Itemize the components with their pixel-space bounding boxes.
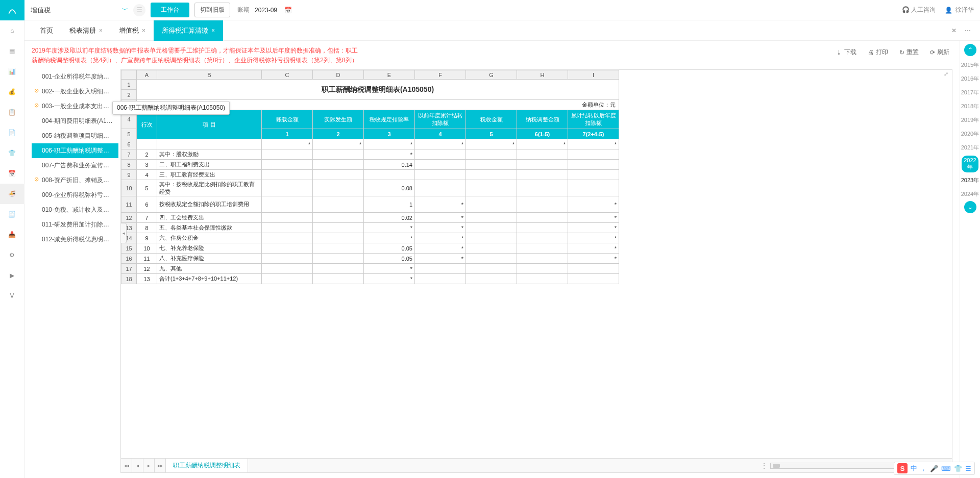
sheet-nav-prev[interactable]: ◂ [132, 459, 143, 473]
form-tooltip: 006-职工薪酬纳税调整明细表(A105050) [112, 101, 230, 115]
doc-icon[interactable]: ▤ [0, 41, 24, 61]
year-rail: ⌃ 2015年2016年2017年2018年2019年2020年2021年202… [960, 41, 980, 478]
inbox-icon[interactable]: 📥 [0, 224, 24, 245]
form-list: 001-企业所得税年度纳税申...⊘002-一般企业收入明细表(A...⊘003… [32, 69, 118, 473]
year-item[interactable]: 2022年 [962, 156, 978, 172]
close-icon[interactable]: × [99, 27, 103, 34]
sheet-nav-next[interactable]: ▸ [143, 459, 155, 473]
ime-mic-icon[interactable]: 🎤 [930, 465, 938, 472]
form-item[interactable]: 011-研发费用加计扣除优惠... [32, 217, 118, 232]
form-item[interactable]: ⊘008-资产折旧、摊销及纳税... [32, 173, 118, 188]
year-item[interactable]: 2018年 [960, 99, 980, 113]
year-item[interactable]: 2019年 [960, 113, 980, 127]
sheet-nav-last[interactable]: ▸▸ [155, 459, 166, 473]
left-nav-rail: ⌂ ▤ 📊 💰 📋 📄 👕 📅 🍜 🧾 📥 ⚙ ▶ V [0, 0, 24, 478]
year-scroll-up[interactable]: ⌃ [964, 44, 976, 56]
switch-old-button[interactable]: 切到旧版 [194, 3, 230, 17]
info-circle-icon[interactable]: ☰ [133, 4, 145, 16]
year-item[interactable]: 2023年 [960, 173, 980, 187]
ime-punct[interactable]: ， [920, 464, 927, 473]
close-icon[interactable]: × [142, 27, 145, 34]
chart-icon[interactable]: 📊 [0, 61, 24, 82]
ime-menu-icon[interactable]: ☰ [965, 465, 971, 472]
gear-icon[interactable]: ⚙ [0, 245, 24, 265]
year-item[interactable]: 2015年 [960, 58, 980, 72]
shirt-icon[interactable]: 👕 [0, 143, 24, 163]
year-item[interactable]: 2016年 [960, 72, 980, 86]
year-scroll-down[interactable]: ⌄ [964, 201, 976, 213]
expand-icon[interactable]: ⤢ [944, 71, 951, 78]
ime-lang[interactable]: 中 [911, 464, 917, 473]
clipboard-icon[interactable]: 📋 [0, 102, 24, 122]
close-icon[interactable]: × [211, 27, 215, 34]
year-item[interactable]: 2017年 [960, 86, 980, 99]
close-tab-icon[interactable]: ✕ [949, 25, 959, 36]
sheet-tab-bar: ◂◂ ◂ ▸ ▸▸ 职工薪酬纳税调整明细表 ⋮ [121, 458, 952, 472]
receipt-icon[interactable]: 🧾 [0, 204, 24, 224]
ime-keyboard-icon[interactable]: ⌨ [941, 465, 951, 472]
download-button[interactable]: ⭳ 下载 [836, 48, 856, 57]
period-value[interactable]: 2023-09 [255, 7, 277, 14]
ime-bar: S 中 ， 🎤 ⌨ 👕 ☰ [894, 462, 975, 475]
sheet-nav-first[interactable]: ◂◂ [121, 459, 132, 473]
year-item[interactable]: 2021年 [960, 141, 980, 155]
page-tabs: 首页税表清册×增值税×所得税汇算清缴× ✕ ⋯ [24, 20, 980, 41]
ime-skin-icon[interactable]: 👕 [954, 465, 962, 472]
tax-type-select[interactable]: 增值税 ﹀ [31, 6, 128, 15]
warn-icon: ⊘ [34, 176, 39, 183]
period-label: 账期 [237, 6, 250, 14]
form-item[interactable]: ⊘002-一般企业收入明细表(A... [32, 84, 118, 99]
consult-link[interactable]: 🎧 人工咨询 [902, 6, 936, 14]
user-menu[interactable]: 👤 徐泽华 [945, 6, 974, 14]
year-item[interactable]: 2020年 [960, 127, 980, 141]
tab-增值税[interactable]: 增值税× [111, 20, 154, 41]
form-item[interactable]: 001-企业所得税年度纳税申... [32, 69, 118, 84]
sheet-tab[interactable]: 职工薪酬纳税调整明细表 [166, 459, 248, 473]
form-item[interactable]: 009-企业所得税弥补亏损明... [32, 188, 118, 203]
form-item[interactable]: 005-纳税调整项目明细表(A1... [32, 129, 118, 143]
home-icon[interactable]: ⌂ [0, 20, 24, 41]
tab-所得税汇算清缴[interactable]: 所得税汇算清缴× [154, 20, 223, 41]
spreadsheet: ⤢ ◂ ABCDEFGHI1职工薪酬纳税调整明细表(A105050)23金额单位… [120, 69, 952, 473]
collapse-handle[interactable]: ◂ [120, 223, 127, 243]
video-icon[interactable]: ▶ [0, 265, 24, 286]
calendar-icon[interactable]: 📅 [0, 163, 24, 184]
form-item[interactable]: 007-广告费和业务宣传费跨... [32, 158, 118, 173]
top-bar: 增值税 ﹀ ☰ 工作台 切到旧版 账期 2023-09 📅 🎧 人工咨询 👤 徐… [24, 0, 980, 20]
form-item[interactable]: 004-期间费用明细表(A1040... [32, 114, 118, 129]
warn-icon: ⊘ [34, 87, 39, 94]
form-item[interactable]: 010-免税、减计收入及加计... [32, 203, 118, 217]
form-item[interactable]: ⊘003-一般企业成本支出明细... [32, 99, 118, 114]
workbench-button[interactable]: 工作台 [151, 3, 189, 17]
more-tabs-icon[interactable]: ⋯ [963, 25, 973, 36]
refresh-button[interactable]: ⟳ 刷新 [930, 48, 949, 57]
warning-text: 2019年度涉及取以前年度结转数据的申报表单元格需要手工维护正确，才能保证本年及… [32, 46, 363, 65]
tab-首页[interactable]: 首页 [32, 20, 61, 41]
tab-税表清册[interactable]: 税表清册× [61, 20, 111, 41]
tax-type-label: 增值税 [31, 6, 51, 15]
chevron-down-icon: ﹀ [122, 6, 128, 14]
user-name: 徐泽华 [955, 6, 974, 14]
ime-logo[interactable]: S [897, 463, 908, 473]
app-logo[interactable] [0, 0, 24, 20]
sheet-toolbar: ⭳ 下载 🖨 打印 ↻ 重置 ⟳ 刷新 [836, 48, 949, 57]
calendar-icon[interactable]: 📅 [284, 7, 292, 14]
bag-icon[interactable]: 💰 [0, 82, 24, 102]
form-icon[interactable]: 📄 [0, 122, 24, 143]
form-item[interactable]: 012-减免所得税优惠明细表(... [32, 232, 118, 247]
bowl-icon[interactable]: 🍜 [0, 184, 24, 204]
year-item[interactable]: 2024年 [960, 187, 980, 201]
avatar-icon: 👤 [945, 7, 952, 14]
print-button[interactable]: 🖨 打印 [868, 48, 888, 57]
form-item[interactable]: 006-职工薪酬纳税调整明细... [32, 143, 118, 158]
warn-icon: ⊘ [34, 102, 39, 109]
reset-button[interactable]: ↻ 重置 [899, 48, 919, 57]
v-icon[interactable]: V [0, 286, 24, 306]
